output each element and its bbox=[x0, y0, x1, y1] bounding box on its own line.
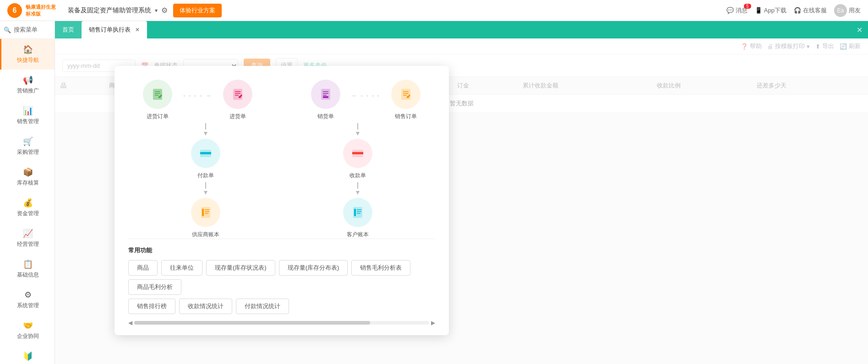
svg-rect-12 bbox=[323, 96, 328, 98]
func-btn-payment-stats[interactable]: 付款情况统计 bbox=[236, 299, 289, 314]
scrollbar-thumb[interactable] bbox=[134, 321, 370, 325]
message-btn[interactable]: 💬 消息 5 bbox=[726, 6, 748, 15]
func-buttons: 商品 往来单位 现存量(库存状况表) 现存量(库存分布表) 销售毛利分析表 商品… bbox=[128, 260, 435, 295]
tab-sales-order[interactable]: 销售订单执行表 ✕ bbox=[82, 21, 147, 38]
payment-label: 付款单 bbox=[197, 172, 214, 179]
func-btn-sales-profit[interactable]: 销售毛利分析表 bbox=[351, 260, 410, 276]
func-btn-sales-ranking[interactable]: 销售排行榜 bbox=[128, 299, 175, 314]
svg-rect-0 bbox=[153, 89, 162, 100]
sales-slip-icon bbox=[311, 80, 340, 109]
quick-nav-icon: 🏠 bbox=[23, 44, 33, 54]
svg-rect-8 bbox=[321, 89, 330, 100]
purchase-slip-label: 进货单 bbox=[229, 113, 246, 120]
sidebar-item-quick-nav[interactable]: 🏠 快捷导航 bbox=[0, 39, 55, 70]
receipt-icon bbox=[343, 139, 372, 168]
customer-ledger-icon bbox=[343, 198, 372, 227]
sidebar-item-marketing[interactable]: 📢 营销推广 bbox=[0, 70, 55, 100]
common-title: 常用功能 bbox=[128, 246, 435, 255]
experience-btn[interactable]: 体验行业方案 bbox=[173, 4, 222, 17]
func-buttons-row2: 销售排行榜 收款情况统计 付款情况统计 bbox=[128, 299, 435, 314]
enterprise-icon: 🤝 bbox=[23, 321, 33, 331]
flow-node-sales-order: 销售订单 bbox=[391, 80, 420, 120]
supplier-ledger-label: 供应商账本 bbox=[192, 231, 219, 239]
avatar: Ea bbox=[834, 4, 847, 17]
modal-popup: 进货订单 - - - - → 进货单 bbox=[115, 66, 449, 335]
basic-info-icon: 📋 bbox=[23, 259, 33, 269]
guide-icon: 🔰 bbox=[23, 351, 33, 361]
sales-icon: 📊 bbox=[23, 106, 33, 116]
sidebar-item-basic-info[interactable]: 📋 基础信息 bbox=[0, 254, 55, 284]
flow-node-purchase-slip: 进货单 bbox=[223, 80, 252, 120]
purchase-order-label: 进货订单 bbox=[147, 113, 169, 120]
app-layout: 🔍 搜索菜单 🏠 快捷导航 📢 营销推广 📊 销售管理 🛒 采购管理 📦 库存核… bbox=[0, 21, 868, 364]
payment-icon bbox=[191, 139, 220, 168]
system-dropdown-btn[interactable]: ▾ bbox=[155, 7, 158, 14]
app-download-btn[interactable]: 📱 App下载 bbox=[755, 6, 786, 15]
flow-diagram: 进货订单 - - - - → 进货单 bbox=[128, 80, 435, 239]
settings-btn[interactable]: ⚙ bbox=[161, 6, 168, 15]
main-content: ❓ 帮助 🖨 按模板打印 ▾ ⬆ 导出 🔄 刷新 bbox=[55, 38, 868, 364]
svg-rect-18 bbox=[200, 152, 211, 154]
sidebar-item-enterprise[interactable]: 🤝 企业协同 bbox=[0, 315, 55, 346]
flow-node-customer-ledger: 客户账本 bbox=[343, 198, 372, 239]
purchase-slip-icon bbox=[223, 80, 252, 109]
user-menu[interactable]: Ea 用友 bbox=[834, 4, 861, 17]
search-menu-btn[interactable]: 🔍 搜索菜单 bbox=[0, 21, 55, 39]
marketing-icon: 📢 bbox=[23, 75, 33, 85]
online-service-btn[interactable]: 🎧 在线客服 bbox=[794, 6, 827, 15]
func-btn-products[interactable]: 商品 bbox=[128, 260, 158, 276]
sidebar-item-purchase[interactable]: 🛒 采购管理 bbox=[0, 131, 55, 162]
tab-home[interactable]: 首页 bbox=[55, 21, 82, 38]
header-right: 💬 消息 5 📱 App下载 🎧 在线客服 Ea 用友 bbox=[726, 4, 861, 17]
tab-bar-close-btn[interactable]: ✕ bbox=[851, 26, 868, 34]
inventory-icon: 📦 bbox=[23, 167, 33, 177]
svg-rect-27 bbox=[354, 154, 356, 156]
modal-scrollbar: ◀ ▶ bbox=[128, 320, 435, 326]
svg-rect-29 bbox=[354, 209, 356, 216]
flow-node-receipt: 收款单 bbox=[343, 139, 372, 179]
svg-rect-19 bbox=[202, 154, 204, 156]
sidebar-item-system[interactable]: ⚙ 系统管理 bbox=[0, 284, 55, 315]
supplier-ledger-icon bbox=[191, 198, 220, 227]
logo-text: 畅康通好生意 标准版 bbox=[26, 4, 56, 17]
tab-close-btn[interactable]: ✕ bbox=[135, 27, 140, 33]
flow-node-supplier-ledger: 供应商账本 bbox=[191, 198, 220, 239]
tab-bar: 首页 销售订单执行表 ✕ ✕ bbox=[55, 21, 868, 38]
scroll-right-btn[interactable]: ▶ bbox=[431, 320, 435, 326]
logo-icon: 6 bbox=[7, 3, 22, 18]
svg-rect-4 bbox=[233, 89, 242, 100]
system-title: 装备及固定资产辅助管理系统 bbox=[68, 6, 151, 15]
common-functions: 常用功能 商品 往来单位 现存量(库存状况表) 现存量(库存分布表) 销售毛利分… bbox=[128, 239, 435, 314]
sales-slip-label: 销货单 bbox=[317, 113, 334, 120]
sidebar-item-sales[interactable]: 📊 销售管理 bbox=[0, 100, 55, 131]
sidebar-item-inventory[interactable]: 📦 库存核算 bbox=[0, 162, 55, 192]
svg-rect-26 bbox=[352, 152, 363, 154]
func-btn-receipt-stats[interactable]: 收款情况统计 bbox=[179, 299, 232, 314]
func-btn-stock-dist[interactable]: 现存量(库存分布表) bbox=[279, 260, 348, 276]
operations-icon: 📈 bbox=[23, 228, 33, 239]
sales-order-icon bbox=[391, 80, 420, 109]
purchase-order-icon bbox=[143, 80, 172, 109]
finance-icon: 💰 bbox=[23, 198, 33, 208]
flow-node-sales-slip: 销货单 bbox=[311, 80, 340, 120]
customer-ledger-label: 客户账本 bbox=[347, 231, 369, 239]
sidebar-item-guide[interactable]: 🔰 新手引导 bbox=[0, 346, 55, 364]
system-icon: ⚙ bbox=[24, 290, 32, 300]
content-area: 首页 销售订单执行表 ✕ ✕ ❓ 帮助 🖨 按模板打印 bbox=[55, 21, 868, 364]
sales-order-label: 销售订单 bbox=[395, 113, 417, 120]
sidebar-item-operations[interactable]: 📈 经营管理 bbox=[0, 223, 55, 254]
receipt-label: 收款单 bbox=[349, 172, 366, 179]
message-badge: 5 bbox=[744, 4, 751, 9]
scrollbar-track bbox=[134, 321, 429, 325]
func-btn-stock-status[interactable]: 现存量(库存状况表) bbox=[206, 260, 275, 276]
svg-rect-13 bbox=[401, 89, 410, 100]
flow-node-payment: 付款单 bbox=[191, 139, 220, 179]
sidebar-item-finance[interactable]: 💰 资金管理 bbox=[0, 192, 55, 223]
top-header: 6 畅康通好生意 标准版 装备及固定资产辅助管理系统 ▾ ⚙ 体验行业方案 💬 … bbox=[0, 0, 868, 21]
func-btn-product-profit[interactable]: 商品毛利分析 bbox=[128, 279, 181, 295]
sidebar: 🔍 搜索菜单 🏠 快捷导航 📢 营销推广 📊 销售管理 🛒 采购管理 📦 库存核… bbox=[0, 21, 55, 364]
purchase-icon: 🛒 bbox=[23, 136, 33, 147]
func-btn-contacts[interactable]: 往来单位 bbox=[161, 260, 202, 276]
svg-rect-21 bbox=[202, 209, 204, 216]
scroll-left-btn[interactable]: ◀ bbox=[128, 320, 132, 326]
